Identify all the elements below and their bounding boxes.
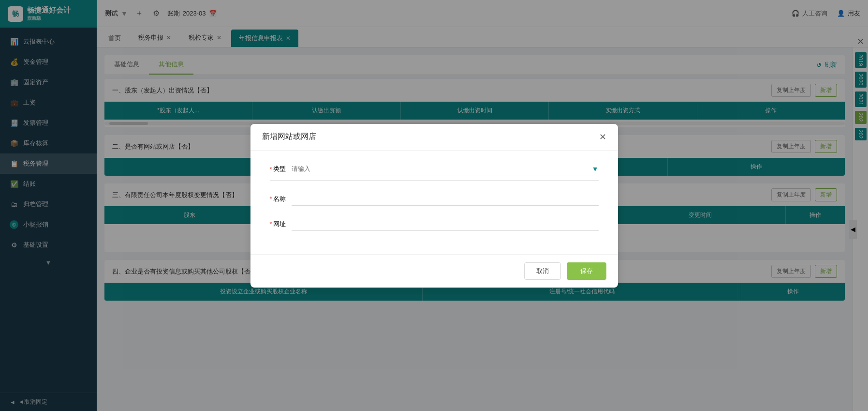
url-input[interactable] bbox=[292, 217, 599, 231]
save-button[interactable]: 保存 bbox=[567, 262, 606, 280]
name-label: * 名称 bbox=[270, 195, 286, 203]
type-input[interactable] bbox=[292, 165, 592, 172]
type-label-text: 类型 bbox=[273, 165, 286, 173]
form-group-url: * 网址 bbox=[270, 217, 599, 231]
form-row-name: * 名称 bbox=[270, 192, 599, 206]
url-required-mark: * bbox=[270, 220, 272, 228]
form-row-type: * 类型 ▼ bbox=[270, 162, 599, 176]
type-required-mark: * bbox=[270, 166, 272, 173]
type-chevron-icon: ▼ bbox=[592, 165, 599, 173]
url-label: * 网址 bbox=[270, 220, 286, 228]
form-group-type: * 类型 ▼ bbox=[270, 162, 599, 181]
name-label-text: 名称 bbox=[273, 195, 286, 203]
form-group-name: * 名称 bbox=[270, 192, 599, 206]
modal-body: * 类型 ▼ * 名称 bbox=[250, 151, 618, 254]
name-required-mark: * bbox=[270, 195, 272, 202]
modal-header: 新增网站或网店 ✕ bbox=[250, 124, 618, 151]
modal-footer: 取消 保存 bbox=[250, 254, 618, 288]
modal-overlay: 新增网站或网店 ✕ * 类型 ▼ bbox=[0, 0, 868, 411]
modal-add-website: 新增网站或网店 ✕ * 类型 ▼ bbox=[250, 124, 618, 288]
modal-title: 新增网站或网店 bbox=[262, 132, 316, 142]
modal-close-button[interactable]: ✕ bbox=[599, 132, 606, 142]
url-label-text: 网址 bbox=[273, 220, 286, 228]
form-row-url: * 网址 bbox=[270, 217, 599, 231]
name-input[interactable] bbox=[292, 192, 599, 206]
type-select-wrapper[interactable]: ▼ bbox=[292, 162, 599, 176]
cancel-button[interactable]: 取消 bbox=[524, 262, 561, 280]
type-label: * 类型 bbox=[270, 165, 286, 173]
